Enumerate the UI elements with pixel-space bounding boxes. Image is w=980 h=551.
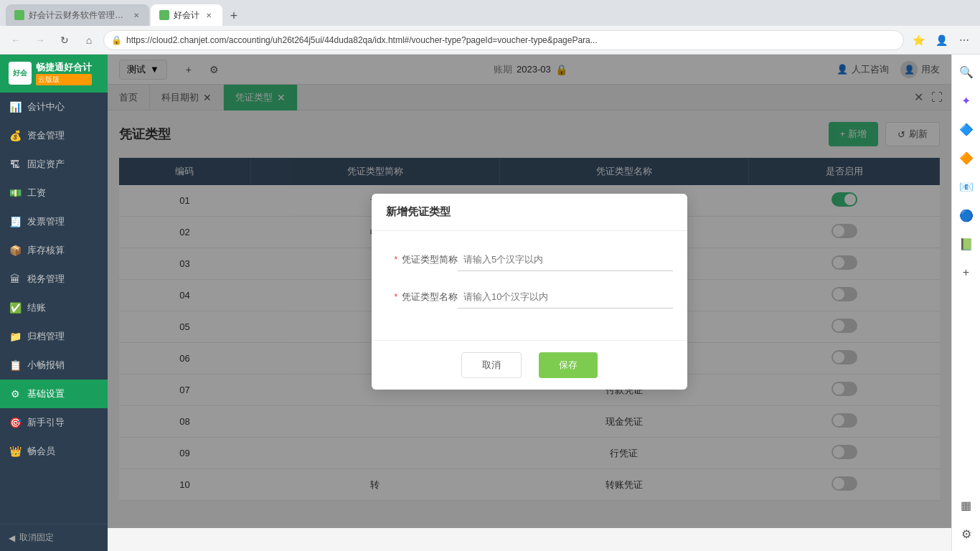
sidebar-label-capital: 资金管理 xyxy=(27,129,65,142)
profile-button[interactable]: 👤 xyxy=(931,30,951,50)
abbr-required: * xyxy=(394,254,397,265)
expense-icon: 📋 xyxy=(9,359,22,372)
sidebar-item-fixed-assets[interactable]: 🏗 固定资产 xyxy=(0,150,108,179)
logo-badge: 云版版 xyxy=(36,74,92,85)
guide-icon: 🎯 xyxy=(9,416,22,429)
right-blue-button[interactable]: 🔷 xyxy=(955,118,978,141)
address-text: https://cloud2.chanjet.com/accounting/uh… xyxy=(126,35,896,45)
pin-icon: ◀ xyxy=(9,533,15,543)
sidebar-item-member[interactable]: 👑 畅会员 xyxy=(0,437,108,466)
sidebar-scroll: 📊 会计中心 💰 资金管理 🏗 固定资产 💵 工资 🧾 发票管理 📦 库 xyxy=(0,93,108,524)
right-outlook-button[interactable]: 📧 xyxy=(955,175,978,198)
tab-close-1[interactable]: ✕ xyxy=(133,10,141,20)
right-green-button[interactable]: 📗 xyxy=(955,232,978,255)
right-purple-button[interactable]: ✦ xyxy=(955,89,978,112)
name-label: * 凭证类型名称 xyxy=(386,291,458,303)
cancel-button[interactable]: 取消 xyxy=(461,352,522,378)
browser-controls: ← → ↻ ⌂ 🔒 https://cloud2.chanjet.com/acc… xyxy=(0,26,980,55)
extensions-button[interactable]: ⭐ xyxy=(908,30,928,50)
right-settings-button[interactable]: ⚙ xyxy=(955,522,978,545)
salary-icon: 💵 xyxy=(9,187,22,199)
tax-icon: 🏛 xyxy=(9,273,22,286)
name-required: * xyxy=(394,291,397,302)
logo-text: 畅捷通好合计 xyxy=(36,62,92,74)
inventory-icon: 📦 xyxy=(9,244,22,257)
sidebar-label-tax: 税务管理 xyxy=(27,273,65,286)
forward-button[interactable]: → xyxy=(30,30,50,50)
sidebar-item-capital[interactable]: 💰 资金管理 xyxy=(0,121,108,150)
sidebar-item-salary[interactable]: 💵 工资 xyxy=(0,179,108,207)
browser-tab-2[interactable]: 好会计 ✕ xyxy=(151,4,222,26)
save-button[interactable]: 保存 xyxy=(539,352,598,378)
right-grid-button[interactable]: ▦ xyxy=(955,494,978,517)
modal-title: 新增凭证类型 xyxy=(386,205,451,217)
name-input[interactable] xyxy=(458,286,673,309)
sidebar-label-basic: 基础设置 xyxy=(27,387,65,400)
reload-button[interactable]: ↻ xyxy=(55,30,75,50)
logo-text-block: 畅捷通好合计 云版版 xyxy=(36,62,92,85)
sidebar-item-invoice[interactable]: 🧾 发票管理 xyxy=(0,207,108,236)
modal-body: * 凭证类型简称 * 凭证类型名称 xyxy=(372,231,687,340)
member-icon: 👑 xyxy=(9,445,22,458)
sidebar-label-guide: 新手引导 xyxy=(27,416,65,429)
right-search-button[interactable]: 🔍 xyxy=(955,60,978,83)
sidebar-label-salary: 工资 xyxy=(27,187,46,199)
sidebar-label-member: 畅会员 xyxy=(27,445,55,458)
browser-actions: ⭐ 👤 ⋯ xyxy=(908,30,974,50)
sidebar-item-tax[interactable]: 🏛 税务管理 xyxy=(0,265,108,293)
tab-favicon-2 xyxy=(159,10,169,20)
tab-close-2[interactable]: ✕ xyxy=(204,10,214,20)
sidebar-item-dashboard[interactable]: 📊 会计中心 xyxy=(0,93,108,121)
logo-icon: 好会 xyxy=(9,62,32,85)
browser-chrome: 好会计云财务软件管理系统_会计 ✕ 好会计 ✕ + ← → ↻ ⌂ 🔒 http… xyxy=(0,0,980,55)
closing-icon: ✅ xyxy=(9,301,22,314)
right-sidebar: 🔍 ✦ 🔷 🔶 📧 🔵 📗 + ▦ ⚙ xyxy=(951,55,980,551)
sidebar-label-fixed-assets: 固定资产 xyxy=(27,158,65,171)
sidebar-label-expense: 小畅报销 xyxy=(27,359,65,372)
home-button[interactable]: ⌂ xyxy=(79,30,99,50)
sidebar-logo: 好会 畅捷通好合计 云版版 xyxy=(0,55,108,93)
invoice-icon: 🧾 xyxy=(9,215,22,228)
sidebar-label-archive: 归档管理 xyxy=(27,330,65,343)
new-voucher-type-modal: 新增凭证类型 * 凭证类型简称 * 凭证类型名称 取消 保存 xyxy=(372,194,687,390)
sidebar: 好会 畅捷通好合计 云版版 📊 会计中心 💰 资金管理 🏗 固定资产 💵 工资 xyxy=(0,55,108,551)
sidebar-item-basic[interactable]: ⚙ 基础设置 xyxy=(0,380,108,408)
sidebar-footer-label: 取消固定 xyxy=(19,532,54,544)
abbr-input[interactable] xyxy=(458,248,673,271)
tab-favicon-1 xyxy=(14,10,24,20)
tab-bar: 好会计云财务软件管理系统_会计 ✕ 好会计 ✕ + xyxy=(0,0,980,26)
sidebar-footer[interactable]: ◀ 取消固定 xyxy=(0,524,108,551)
dashboard-icon: 📊 xyxy=(9,100,22,113)
sidebar-label-inventory: 库存核算 xyxy=(27,244,65,257)
tab-title-1: 好会计云财务软件管理系统_会计 xyxy=(29,9,128,22)
right-teal-button[interactable]: 🔵 xyxy=(955,204,978,227)
abbr-label: * 凭证类型简称 xyxy=(386,253,458,266)
tab-title-2: 好会计 xyxy=(174,9,199,22)
archive-icon: 📁 xyxy=(9,330,22,343)
right-orange-button[interactable]: 🔶 xyxy=(955,146,978,169)
modal-header: 新增凭证类型 xyxy=(372,194,687,231)
modal-footer: 取消 保存 xyxy=(372,340,687,390)
sidebar-item-expense[interactable]: 📋 小畅报销 xyxy=(0,351,108,380)
sidebar-label-closing: 结账 xyxy=(27,301,46,314)
more-button[interactable]: ⋯ xyxy=(954,30,974,50)
new-tab-button[interactable]: + xyxy=(224,6,244,26)
fixed-assets-icon: 🏗 xyxy=(9,158,22,171)
modal-overlay: 新增凭证类型 * 凭证类型简称 * 凭证类型名称 取消 保存 xyxy=(108,55,951,528)
sidebar-label-invoice: 发票管理 xyxy=(27,215,65,228)
address-bar[interactable]: 🔒 https://cloud2.chanjet.com/accounting/… xyxy=(103,30,904,50)
form-row-name: * 凭证类型名称 xyxy=(386,286,673,309)
sidebar-item-archive[interactable]: 📁 归档管理 xyxy=(0,322,108,351)
right-add-button[interactable]: + xyxy=(955,261,978,284)
capital-icon: 💰 xyxy=(9,129,22,142)
sidebar-item-closing[interactable]: ✅ 结账 xyxy=(0,293,108,322)
sidebar-item-guide[interactable]: 🎯 新手引导 xyxy=(0,408,108,437)
sidebar-item-inventory[interactable]: 📦 库存核算 xyxy=(0,236,108,265)
form-row-abbr: * 凭证类型简称 xyxy=(386,248,673,271)
security-icon: 🔒 xyxy=(111,35,122,45)
sidebar-label-dashboard: 会计中心 xyxy=(27,100,65,113)
basic-icon: ⚙ xyxy=(9,387,22,400)
back-button[interactable]: ← xyxy=(6,30,26,50)
browser-tab-1[interactable]: 好会计云财务软件管理系统_会计 ✕ xyxy=(6,4,149,26)
